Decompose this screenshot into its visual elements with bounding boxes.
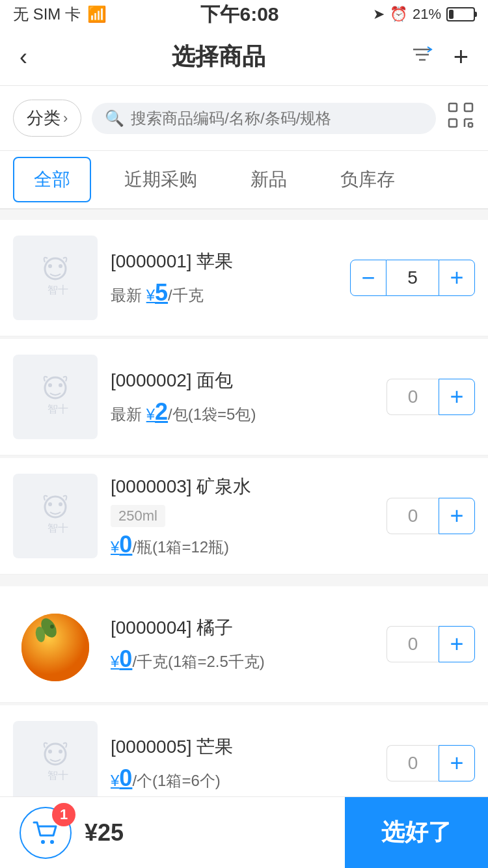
tab-recent[interactable]: 近期采购 (104, 157, 217, 202)
quantity-increase-button[interactable]: + (439, 379, 475, 415)
svg-point-14 (59, 264, 62, 268)
placeholder-image: 智十 (29, 249, 81, 306)
product-name: [0000002] 面包 (111, 368, 373, 393)
product-price: 最新 ¥2/包(1袋=5包) (111, 398, 373, 426)
category-label: 分类 (27, 107, 61, 129)
cart-price: ¥25 (85, 819, 124, 847)
svg-point-25 (21, 614, 89, 681)
product-info: [0000003] 矿泉水 250ml ¥0/瓶(1箱=12瓶) (98, 474, 386, 558)
product-thumbnail: 智十 (13, 355, 98, 439)
price-symbol: ¥ (111, 772, 119, 789)
placeholder-image: 智十 (29, 368, 81, 426)
tab-new[interactable]: 新品 (230, 157, 307, 202)
cart-badge: 1 (52, 803, 75, 826)
product-thumbnail: 智十 (13, 236, 98, 320)
quantity-input[interactable] (386, 745, 439, 781)
price-value: 2 (155, 398, 168, 425)
product-thumbnail: 智十 (13, 721, 98, 806)
cart-icon[interactable]: 1 (20, 807, 72, 859)
add-button[interactable]: + (454, 42, 468, 72)
quantity-control: + (386, 745, 475, 781)
product-name: [0000003] 矿泉水 (111, 474, 373, 499)
price-value: 0 (119, 765, 132, 791)
quantity-increase-button[interactable]: + (439, 498, 475, 534)
orange-image (13, 602, 98, 686)
cart-svg (33, 821, 59, 845)
price-symbol: ¥ (146, 405, 155, 423)
product-info: [0000005] 芒果 ¥0/个(1箱=6个) (98, 735, 386, 792)
price-symbol: ¥ (111, 653, 119, 670)
svg-rect-5 (449, 119, 457, 127)
quantity-increase-button[interactable]: + (439, 260, 475, 296)
list-item: [0000004] 橘子 ¥0/千克(1箱=2.5千克) + (0, 586, 488, 703)
battery-percent: 21% (413, 6, 441, 23)
quantity-control: − + (350, 260, 475, 296)
quantity-control: + (386, 379, 475, 415)
back-button[interactable]: ‹ (20, 44, 27, 71)
product-thumbnail: 智十 (13, 474, 98, 558)
tab-all[interactable]: 全部 (13, 157, 91, 202)
quantity-input[interactable] (386, 626, 439, 662)
confirm-button[interactable]: 选好了 (345, 797, 488, 869)
placeholder-image: 智十 (29, 487, 81, 545)
nav-bar: ‹ 选择商品 + (0, 29, 488, 86)
quantity-input[interactable] (386, 379, 439, 415)
price-unit: /个(1箱=6个) (132, 772, 220, 789)
svg-text:智十: 智十 (47, 284, 68, 295)
product-price: ¥0/瓶(1箱=12瓶) (111, 531, 373, 558)
quantity-increase-button[interactable]: + (439, 626, 475, 662)
quantity-input[interactable] (386, 260, 439, 296)
placeholder-image: 智十 (29, 735, 81, 792)
product-name: [0000001] 苹果 (111, 249, 337, 274)
price-symbol: ¥ (111, 538, 119, 556)
list-item: 智十 [0000002] 面包 最新 ¥2/包(1袋=5包) + (0, 339, 488, 455)
nav-right: + (411, 42, 468, 72)
product-price: 最新 ¥5/千克 (111, 279, 337, 306)
price-value: 0 (119, 531, 132, 558)
svg-text:智十: 智十 (47, 403, 68, 414)
carrier-label: 无 SIM 卡 (13, 4, 81, 25)
svg-rect-4 (465, 103, 472, 111)
bottom-bar: 1 ¥25 选好了 (0, 796, 488, 868)
quantity-control: + (386, 626, 475, 662)
scan-icon[interactable] (446, 101, 475, 135)
search-box: 🔍 (92, 103, 436, 134)
svg-point-22 (59, 502, 62, 506)
product-price: ¥0/个(1箱=6个) (111, 765, 373, 792)
category-button[interactable]: 分类 › (13, 100, 81, 137)
product-info: [0000004] 橘子 ¥0/千克(1箱=2.5千克) (98, 616, 386, 673)
svg-point-13 (48, 264, 52, 268)
price-unit: /包(1袋=5包) (168, 405, 256, 423)
alarm-icon: ⏰ (390, 6, 407, 23)
product-name: [0000005] 芒果 (111, 735, 373, 759)
status-bar: 无 SIM 卡 📶 下午6:08 ➤ ⏰ 21% (0, 0, 488, 29)
svg-point-30 (48, 750, 52, 753)
search-input[interactable] (131, 109, 423, 128)
wifi-icon: 📶 (87, 5, 107, 23)
svg-point-18 (59, 383, 62, 387)
svg-point-41 (41, 840, 45, 844)
price-value: 0 (119, 645, 132, 672)
quantity-decrease-button[interactable]: − (350, 260, 386, 296)
product-list: 智十 [0000001] 苹果 最新 ¥5/千克 − + (0, 220, 488, 868)
product-spec: 250ml (111, 505, 165, 527)
svg-text:智十: 智十 (47, 770, 68, 781)
quantity-increase-button[interactable]: + (439, 745, 475, 781)
battery-icon (446, 7, 475, 21)
list-item: 智十 [0000001] 苹果 最新 ¥5/千克 − + (0, 220, 488, 336)
search-icon: 🔍 (105, 109, 124, 128)
price-label: 最新 (111, 286, 142, 304)
product-info: [0000001] 苹果 最新 ¥5/千克 (98, 249, 350, 306)
price-label: 最新 (111, 405, 142, 423)
price-unit: /千克 (168, 286, 204, 304)
quantity-input[interactable] (386, 498, 439, 534)
svg-point-31 (59, 750, 62, 753)
quantity-control: + (386, 498, 475, 534)
price-value: 5 (155, 279, 168, 306)
chevron-right-icon: › (63, 110, 68, 127)
svg-point-17 (48, 383, 52, 387)
tab-negative[interactable]: 负库存 (320, 157, 415, 202)
filter-icon[interactable] (411, 43, 434, 72)
product-thumbnail (13, 602, 98, 686)
status-right: ➤ ⏰ 21% (373, 6, 475, 23)
